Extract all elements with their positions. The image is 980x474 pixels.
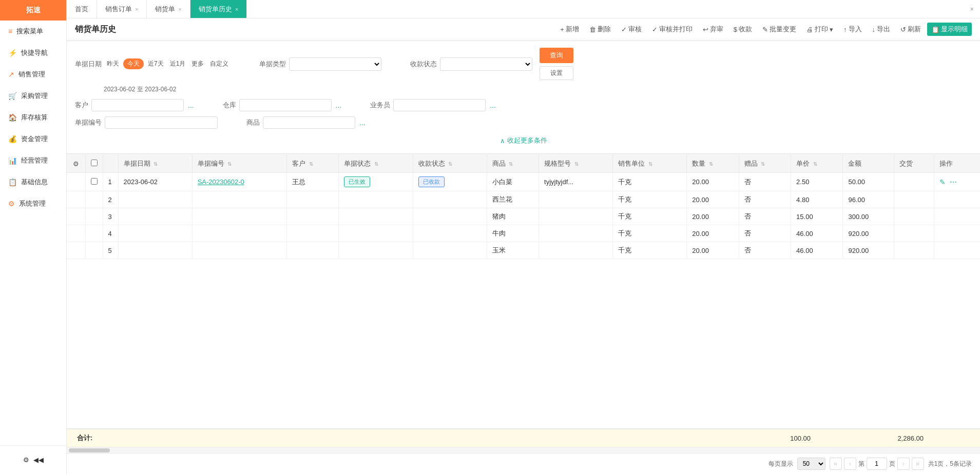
goods-dots[interactable]: ...	[359, 118, 366, 127]
shortcut-1month[interactable]: 近1月	[168, 58, 188, 69]
audit-button[interactable]: ✓ 审核	[617, 23, 646, 36]
warehouse-input[interactable]	[239, 99, 332, 111]
audit-label: 审核	[628, 25, 642, 34]
warehouse-dots[interactable]: ...	[336, 101, 342, 109]
next-page-btn[interactable]: ›	[897, 458, 910, 470]
shortcut-custom[interactable]: 自定义	[208, 58, 230, 69]
show-detail-button[interactable]: 📋 显示明细	[927, 23, 972, 36]
print-dropdown-icon: ▾	[830, 26, 833, 33]
cell-action	[934, 225, 980, 242]
table-container[interactable]: ⚙ 单据日期 ⇅ 单据编号 ⇅	[67, 155, 980, 428]
more-icon[interactable]: ⋯	[950, 178, 957, 186]
audit-print-button[interactable]: ✓ 审核并打印	[648, 23, 697, 36]
tab-sales-history[interactable]: 销货单历史 ×	[190, 0, 247, 18]
page-input[interactable]	[867, 458, 887, 470]
import-button[interactable]: ↑ 导入	[839, 23, 866, 36]
abandon-button[interactable]: ↩ 弃审	[699, 23, 727, 36]
th-gift[interactable]: 赠品 ⇅	[739, 155, 791, 173]
print-button[interactable]: 🖨 打印 ▾	[802, 23, 837, 36]
th-spec[interactable]: 规格型号 ⇅	[539, 155, 613, 173]
setting-button[interactable]: 设置	[540, 66, 573, 80]
customer-dots[interactable]: ...	[188, 101, 194, 109]
cell-checkbox[interactable]	[85, 225, 103, 242]
shortcut-more[interactable]: 更多	[189, 58, 206, 69]
goods-input[interactable]	[263, 116, 355, 129]
select-all-checkbox[interactable]	[91, 160, 98, 166]
cell-checkbox[interactable]	[85, 242, 103, 259]
sidebar-item-finance-mgmt[interactable]: 💰 资金管理	[0, 128, 66, 150]
doc-type-select[interactable]	[289, 57, 381, 71]
settings-bottom-icon: ⚙	[23, 456, 29, 464]
staff-input[interactable]	[393, 99, 486, 111]
export-button[interactable]: ↓ 导出	[868, 23, 895, 36]
sidebar-item-quick-nav[interactable]: ⚡ 快捷导航	[0, 42, 66, 64]
per-page-select[interactable]: 50 20 100	[797, 458, 825, 470]
shortcut-yesterday[interactable]: 昨天	[105, 58, 121, 69]
cell-date	[118, 191, 192, 208]
th-customer[interactable]: 客户 ⇅	[287, 155, 339, 173]
th-doc-no[interactable]: 单据编号 ⇅	[192, 155, 286, 173]
cell-checkbox[interactable]	[85, 208, 103, 225]
staff-label: 业务员	[370, 101, 390, 110]
th-checkbox[interactable]	[85, 155, 103, 173]
tab-sales-history-close[interactable]: ×	[235, 6, 238, 12]
refresh-button[interactable]: ↺ 刷新	[896, 23, 925, 36]
sidebar-item-search-menu[interactable]: ≡ 搜索菜单	[0, 21, 66, 42]
cell-checkbox[interactable]	[85, 173, 103, 191]
sidebar-item-inventory-calc[interactable]: 🏠 库存核算	[0, 107, 66, 128]
new-button[interactable]: + 新增	[556, 23, 583, 36]
collection-status-select[interactable]	[440, 57, 532, 71]
th-date[interactable]: 单据日期 ⇅	[118, 155, 192, 173]
collapse-button[interactable]: ∧ 收起更多条件	[75, 134, 972, 147]
cell-price: 4.80	[791, 191, 843, 208]
tab-sales-order[interactable]: 销售订单 ×	[97, 0, 147, 18]
tab-sales-goods-close[interactable]: ×	[178, 6, 181, 12]
cell-spec	[539, 225, 613, 242]
sidebar-item-sales-mgmt[interactable]: ↗ 销售管理	[0, 64, 66, 85]
customer-input[interactable]	[91, 99, 184, 111]
query-button[interactable]: 查询	[540, 48, 573, 63]
cell-doc-no	[192, 225, 286, 242]
horizontal-scrollbar[interactable]	[67, 447, 980, 453]
tab-home[interactable]: 首页	[67, 0, 97, 18]
th-settings[interactable]: ⚙	[67, 155, 85, 173]
th-unit[interactable]: 销售单位 ⇅	[613, 155, 687, 173]
cell-checkbox[interactable]	[85, 191, 103, 208]
th-price[interactable]: 单价 ⇅	[791, 155, 843, 173]
prev-page-btn[interactable]: ‹	[844, 458, 856, 470]
last-page-btn[interactable]: »	[912, 458, 924, 470]
sidebar-item-purchase-mgmt[interactable]: 🛒 采购管理	[0, 85, 66, 107]
tab-sales-order-close[interactable]: ×	[135, 6, 138, 12]
shortcut-7days[interactable]: 近7天	[146, 58, 166, 69]
sidebar-item-basic-info[interactable]: 📋 基础信息	[0, 171, 66, 193]
cell-doc-status	[339, 208, 413, 225]
sidebar-item-operation-mgmt[interactable]: 📊 经营管理	[0, 150, 66, 171]
row-checkbox[interactable]	[91, 178, 98, 185]
tab-sales-goods[interactable]: 销货单 ×	[147, 0, 190, 18]
date-label: 单据日期	[75, 60, 102, 69]
date-shortcuts: 昨天 今天 近7天 近1月 更多 自定义	[105, 58, 230, 69]
staff-dots[interactable]: ...	[490, 101, 496, 109]
delete-button[interactable]: 🗑 删除	[585, 23, 615, 36]
edit-icon[interactable]: ✎	[939, 178, 946, 186]
sidebar-settings-btn[interactable]: ⚙ ◀◀	[0, 450, 66, 470]
first-page-btn[interactable]: «	[830, 458, 842, 470]
tab-bar-close-all[interactable]: ×	[964, 5, 980, 13]
abandon-label: 弃审	[710, 25, 723, 34]
th-goods[interactable]: 商品 ⇅	[487, 155, 539, 173]
shortcut-today[interactable]: 今天	[123, 58, 144, 69]
refresh-label: 刷新	[908, 25, 921, 34]
batch-change-button[interactable]: ✎ 批量变更	[758, 23, 800, 36]
th-collection-status[interactable]: 收款状态 ⇅	[413, 155, 487, 173]
doc-no-input[interactable]	[105, 116, 218, 129]
th-qty[interactable]: 数量 ⇅	[687, 155, 739, 173]
collapse-up-icon: ∧	[500, 137, 505, 145]
th-doc-status[interactable]: 单据状态 ⇅	[339, 155, 413, 173]
data-table: ⚙ 单据日期 ⇅ 单据编号 ⇅	[67, 155, 980, 259]
doc-no-link[interactable]: SA-20230602-0	[198, 178, 244, 186]
sidebar-item-system-mgmt[interactable]: ⚙ 系统管理	[0, 193, 66, 214]
scroll-thumb[interactable]	[69, 448, 110, 452]
collect-button[interactable]: $ 收款	[729, 23, 756, 36]
collapse-label: 收起更多条件	[507, 136, 547, 145]
batch-change-label: 批量变更	[770, 25, 796, 34]
